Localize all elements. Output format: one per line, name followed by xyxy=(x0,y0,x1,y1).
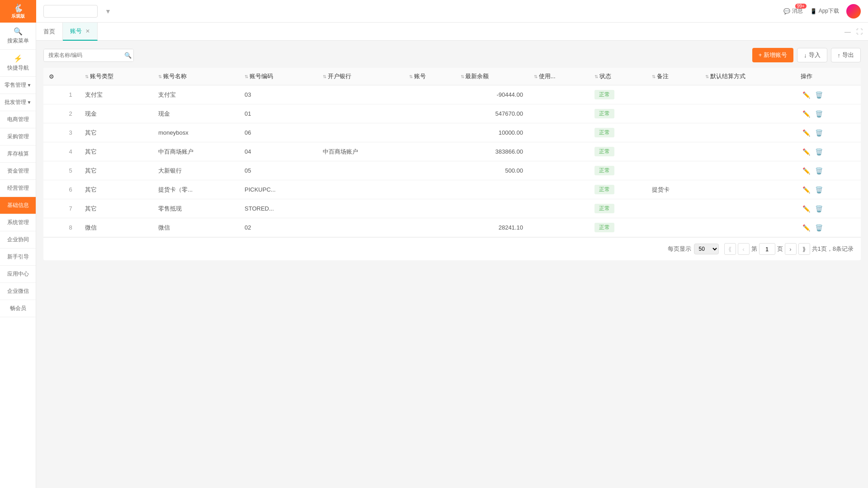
page-label: 第 xyxy=(751,245,757,253)
col-latest-balance[interactable]: ⇅ 最新余额 xyxy=(455,68,528,85)
phone-icon: 📱 xyxy=(810,8,817,14)
row-bank xyxy=(317,161,404,180)
import-icon: ↓ xyxy=(804,52,807,59)
row-num-cell: 3 xyxy=(61,123,80,142)
sidebar-item-quick-nav[interactable]: ⚡ 快捷导航 xyxy=(0,50,36,77)
search-input[interactable] xyxy=(44,49,121,61)
row-status: 正常 xyxy=(589,218,646,237)
row-status: 正常 xyxy=(589,199,646,218)
sidebar-item-label: 搜索菜单 xyxy=(2,37,34,45)
first-page-button[interactable]: ⟪ xyxy=(724,243,736,255)
row-actions: ✏️ 🗑️ xyxy=(795,123,861,142)
row-account-no xyxy=(404,180,455,199)
row-account-type: 其它 xyxy=(80,161,153,180)
sidebar-item-enterprise-wechat[interactable]: 企业微信 xyxy=(0,283,36,300)
sidebar-item-label: 批发管理 xyxy=(5,99,26,106)
tab-close-icon[interactable]: ✕ xyxy=(85,28,90,34)
edit-button[interactable]: ✏️ xyxy=(801,90,812,99)
sidebar-item-ecommerce-mgmt[interactable]: 电商管理 xyxy=(0,111,36,128)
top-search-input[interactable] xyxy=(43,5,98,18)
minimize-icon[interactable]: — xyxy=(843,26,853,37)
sidebar-item-ops-mgmt[interactable]: 经营管理 xyxy=(0,180,36,197)
search-icon[interactable]: 🔍 xyxy=(121,49,134,61)
page-number-input[interactable]: 1 xyxy=(759,243,775,255)
top-nav: ▼ 💬 消息 99+ 📱 App下载 xyxy=(36,0,868,23)
export-label: 导出 xyxy=(842,51,854,59)
app-download-button[interactable]: 📱 App下载 xyxy=(810,7,839,15)
edit-button[interactable]: ✏️ xyxy=(801,204,812,213)
sidebar-item-finance-mgmt[interactable]: 资金管理 xyxy=(0,163,36,180)
sidebar-item-inventory-calc[interactable]: 库存核算 xyxy=(0,145,36,163)
col-status[interactable]: ⇅ 状态 xyxy=(589,68,646,85)
status-badge: 正常 xyxy=(594,166,614,175)
last-page-button[interactable]: ⟫ xyxy=(798,243,810,255)
sidebar-item-member[interactable]: 畅会员 xyxy=(0,300,36,317)
delete-button[interactable]: 🗑️ xyxy=(813,90,825,99)
sidebar-item-label: 采购管理 xyxy=(2,133,34,141)
col-bank[interactable]: ⇅ 开户银行 xyxy=(317,68,404,85)
next-page-button[interactable]: › xyxy=(785,243,797,255)
edit-button[interactable]: ✏️ xyxy=(801,109,812,118)
expand-icon[interactable]: ⛶ xyxy=(854,26,864,37)
delete-button[interactable]: 🗑️ xyxy=(813,109,825,118)
tab-account[interactable]: 账号 ✕ xyxy=(63,23,98,41)
message-button[interactable]: 💬 消息 99+ xyxy=(783,7,803,15)
prev-page-button[interactable]: ‹ xyxy=(738,243,750,255)
user-avatar[interactable] xyxy=(846,4,861,19)
delete-button[interactable]: 🗑️ xyxy=(813,166,825,175)
edit-button[interactable]: ✏️ xyxy=(801,166,812,175)
sidebar-item-basic-info[interactable]: 基础信息 xyxy=(0,197,36,214)
col-usage[interactable]: ⇅ 使用... xyxy=(528,68,589,85)
col-account-type[interactable]: ⇅ 账号类型 xyxy=(80,68,153,85)
row-account-name: moneybosx xyxy=(153,123,239,142)
add-account-button[interactable]: + 新增账号 xyxy=(752,48,793,62)
col-remarks[interactable]: ⇅ 备注 xyxy=(646,68,700,85)
sidebar-item-enterprise-agreement[interactable]: 企业协同 xyxy=(0,231,36,249)
row-checkbox-cell xyxy=(43,104,61,123)
row-account-no xyxy=(404,161,455,180)
edit-button[interactable]: ✏️ xyxy=(801,128,812,137)
row-actions: ✏️ 🗑️ xyxy=(795,199,861,218)
row-account-no xyxy=(404,123,455,142)
table-row: 1 支付宝 支付宝 03 -90444.00 正常 ✏️ 🗑️ xyxy=(43,85,861,104)
tab-home-label: 首页 xyxy=(43,28,55,36)
sidebar-item-search-menu[interactable]: 🔍 搜索菜单 xyxy=(0,23,36,50)
sidebar-item-retail-mgmt[interactable]: 零售管理 ▼ xyxy=(0,77,36,94)
row-num-cell: 5 xyxy=(61,161,80,180)
col-gear[interactable]: ⚙ xyxy=(43,68,61,85)
delete-button[interactable]: 🗑️ xyxy=(813,128,825,137)
delete-button[interactable]: 🗑️ xyxy=(813,147,825,156)
sidebar-item-wholesale-mgmt[interactable]: 批发管理 ▼ xyxy=(0,94,36,111)
edit-button[interactable]: ✏️ xyxy=(801,185,812,194)
row-default-settlement xyxy=(700,104,795,123)
tab-home[interactable]: 首页 xyxy=(36,23,63,41)
sidebar-item-purchase-mgmt[interactable]: 采购管理 xyxy=(0,128,36,145)
row-status: 正常 xyxy=(589,161,646,180)
col-account-no[interactable]: ⇅ 账号 xyxy=(404,68,455,85)
edit-button[interactable]: ✏️ xyxy=(801,223,812,232)
row-latest-balance: -90444.00 xyxy=(455,85,528,104)
delete-button[interactable]: 🗑️ xyxy=(813,223,825,232)
import-button[interactable]: ↓ 导入 xyxy=(797,48,827,62)
col-default-settlement[interactable]: ⇅ 默认结算方式 xyxy=(700,68,795,85)
page-size-select[interactable]: 50 20 100 xyxy=(694,244,719,254)
row-actions: ✏️ 🗑️ xyxy=(795,218,861,237)
delete-button[interactable]: 🗑️ xyxy=(813,204,825,213)
row-checkbox-cell xyxy=(43,123,61,142)
table-row: 7 其它 零售抵现 STORED... 正常 ✏️ 🗑️ xyxy=(43,199,861,218)
delete-button[interactable]: 🗑️ xyxy=(813,185,825,194)
col-account-code[interactable]: ⇅ 账号编码 xyxy=(239,68,317,85)
sidebar-item-newbie-guide[interactable]: 新手引导 xyxy=(0,249,36,266)
sidebar-item-system-mgmt[interactable]: 系统管理 xyxy=(0,214,36,231)
edit-button[interactable]: ✏️ xyxy=(801,147,812,156)
row-account-name: 微信 xyxy=(153,218,239,237)
row-usage xyxy=(528,161,589,180)
sidebar-item-app-center[interactable]: 应用中心 xyxy=(0,266,36,283)
export-button[interactable]: ↑ 导出 xyxy=(831,48,861,62)
sort-icon: ⇅ xyxy=(323,74,328,79)
row-bank xyxy=(317,104,404,123)
row-latest-balance: 10000.00 xyxy=(455,123,528,142)
col-account-name[interactable]: ⇅ 账号名称 xyxy=(153,68,239,85)
sidebar-item-label: 企业微信 xyxy=(2,287,34,295)
row-usage xyxy=(528,85,589,104)
